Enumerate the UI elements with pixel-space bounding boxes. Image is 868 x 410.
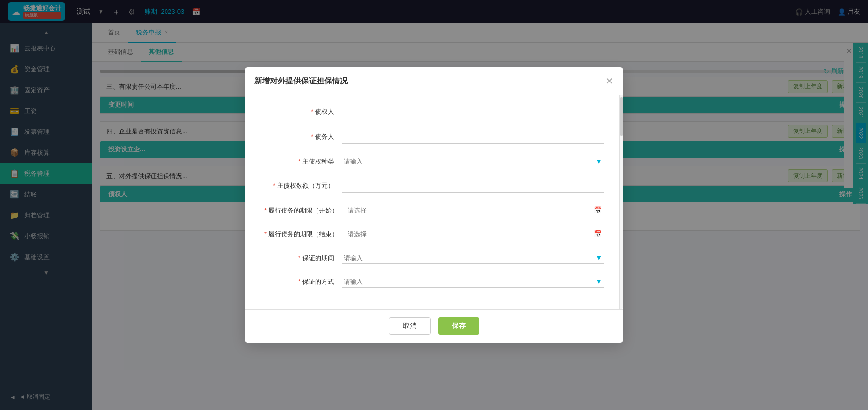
guarantee-method-label: * 保证的方式 bbox=[264, 278, 342, 286]
cancel-button[interactable]: 取消 bbox=[389, 317, 431, 335]
period-start-picker[interactable]: 📅 bbox=[346, 204, 604, 216]
modal-body: * 债权人 * 债务人 * 主债权种类 bbox=[245, 95, 623, 309]
form-row-guarantee-method: * 保证的方式 ▼ bbox=[264, 276, 604, 288]
claim-type-select[interactable]: ▼ bbox=[342, 155, 604, 167]
period-start-input[interactable] bbox=[348, 207, 594, 214]
creditor-input[interactable] bbox=[342, 105, 604, 118]
form-row-claim-type: * 主债权种类 ▼ bbox=[264, 155, 604, 167]
claim-type-dropdown-icon[interactable]: ▼ bbox=[595, 157, 602, 165]
guarantee-period-dropdown-icon[interactable]: ▼ bbox=[595, 254, 602, 262]
save-button[interactable]: 保存 bbox=[438, 317, 479, 335]
debtor-input[interactable] bbox=[342, 130, 604, 144]
guarantee-method-select[interactable]: ▼ bbox=[342, 276, 604, 288]
period-start-calendar-icon[interactable]: 📅 bbox=[594, 206, 602, 214]
creditor-label: * 债权人 bbox=[264, 107, 342, 116]
modal-header: 新增对外提供保证担保情况 ✕ bbox=[245, 67, 623, 95]
guarantee-period-select[interactable]: ▼ bbox=[342, 252, 604, 264]
period-end-picker[interactable]: 📅 bbox=[346, 228, 604, 240]
form-row-debtor: * 债务人 bbox=[264, 130, 604, 144]
modal-scrollbar[interactable] bbox=[619, 95, 623, 309]
modal-title: 新增对外提供保证担保情况 bbox=[254, 76, 348, 86]
form-row-guarantee-period: * 保证的期间 ▼ bbox=[264, 252, 604, 264]
form-row-period-end: * 履行债务的期限（结束） 📅 bbox=[264, 228, 604, 240]
guarantee-method-dropdown-icon[interactable]: ▼ bbox=[595, 278, 602, 285]
period-end-calendar-icon[interactable]: 📅 bbox=[594, 230, 602, 238]
modal-dialog: 新增对外提供保证担保情况 ✕ * 债权人 * 债务人 bbox=[245, 67, 623, 343]
claim-type-input[interactable] bbox=[344, 158, 595, 165]
form-row-creditor: * 债权人 bbox=[264, 105, 604, 118]
claim-amount-label: * 主债权数额（万元） bbox=[264, 181, 342, 190]
guarantee-period-label: * 保证的期间 bbox=[264, 254, 342, 262]
modal-overlay: 新增对外提供保证担保情况 ✕ * 债权人 * 债务人 bbox=[0, 0, 868, 410]
period-end-input[interactable] bbox=[348, 230, 594, 238]
modal-footer: 取消 保存 bbox=[245, 309, 623, 343]
form-row-period-start: * 履行债务的期限（开始） 📅 bbox=[264, 204, 604, 216]
period-end-label: * 履行债务的期限（结束） bbox=[264, 230, 346, 239]
claim-type-label: * 主债权种类 bbox=[264, 157, 342, 166]
form-row-claim-amount: * 主债权数额（万元） bbox=[264, 179, 604, 193]
guarantee-period-input[interactable] bbox=[344, 254, 595, 262]
claim-amount-input[interactable] bbox=[342, 179, 604, 193]
period-start-label: * 履行债务的期限（开始） bbox=[264, 206, 346, 215]
debtor-label: * 债务人 bbox=[264, 132, 342, 141]
modal-close-button[interactable]: ✕ bbox=[605, 75, 614, 87]
guarantee-method-input[interactable] bbox=[344, 278, 595, 285]
